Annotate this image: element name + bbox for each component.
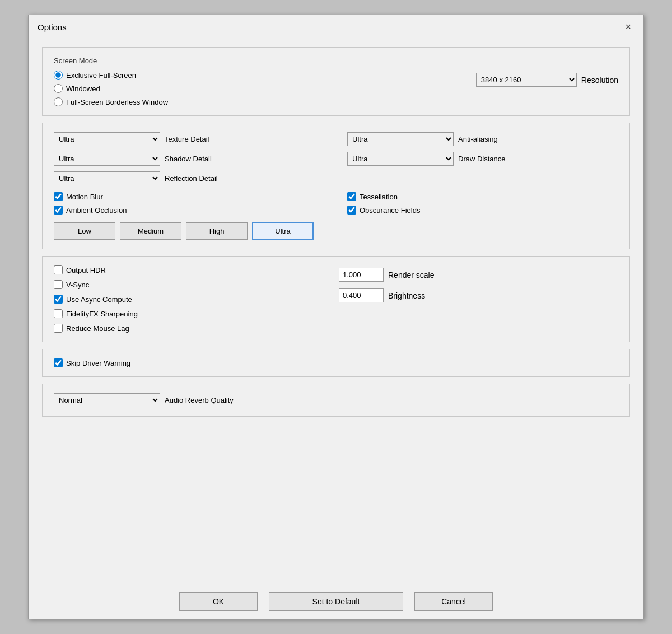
screen-mode-radio-group: Exclusive Full-Screen Windowed Full-Scre… bbox=[54, 71, 168, 106]
radio-borderless[interactable] bbox=[54, 97, 63, 106]
ambient-occlusion-checkbox[interactable] bbox=[54, 206, 63, 215]
driver-section: Skip Driver Warning bbox=[42, 349, 630, 377]
output-hdr-row: Output HDR bbox=[54, 265, 333, 274]
draw-distance-select[interactable]: UltraHighMediumLow bbox=[347, 152, 454, 166]
anti-aliasing-row: UltraHighMediumLow Anti-aliasing bbox=[347, 132, 618, 146]
close-button[interactable]: × bbox=[622, 21, 634, 33]
tessellation-checkbox[interactable] bbox=[347, 192, 356, 201]
output-hdr-label[interactable]: Output HDR bbox=[66, 266, 106, 274]
draw-distance-row: UltraHighMediumLow Draw Distance bbox=[347, 152, 618, 166]
anti-aliasing-label: Anti-aliasing bbox=[458, 135, 498, 143]
preset-low-button[interactable]: Low bbox=[54, 222, 115, 240]
radio-windowed[interactable] bbox=[54, 84, 63, 93]
preset-ultra-button[interactable]: Ultra bbox=[252, 222, 314, 240]
reflection-detail-select[interactable]: UltraHighMediumLow bbox=[54, 171, 160, 185]
render-scale-input[interactable] bbox=[339, 268, 384, 282]
detail-grid: UltraHighMediumLow Texture Detail UltraH… bbox=[54, 132, 618, 185]
radio-row-windowed: Windowed bbox=[54, 84, 168, 93]
audio-reverb-select[interactable]: Normal Low High Ultra bbox=[54, 393, 160, 407]
audio-reverb-row: Normal Low High Ultra Audio Reverb Quali… bbox=[54, 393, 618, 407]
options-dialog: Options × Screen Mode Exclusive Full-Scr… bbox=[28, 15, 644, 619]
texture-detail-label: Texture Detail bbox=[165, 135, 209, 143]
ok-button[interactable]: OK bbox=[179, 592, 258, 611]
graphics-checkbox-grid: Motion Blur Tessellation Ambient Occlusi… bbox=[54, 192, 618, 215]
reduce-mouse-lag-row: Reduce Mouse Lag bbox=[54, 324, 333, 333]
cancel-button[interactable]: Cancel bbox=[414, 592, 493, 611]
fidelityfx-row: FidelityFX Sharpening bbox=[54, 309, 333, 318]
dialog-body: Screen Mode Exclusive Full-Screen Window… bbox=[29, 38, 643, 584]
shadow-detail-select[interactable]: UltraHighMediumLow bbox=[54, 152, 160, 166]
motion-blur-checkbox[interactable] bbox=[54, 192, 63, 201]
render-scale-label: Render scale bbox=[388, 271, 435, 279]
radio-row-borderless: Full-Screen Borderless Window bbox=[54, 97, 168, 106]
resolution-row: 3840 x 2160 2560 x 1440 1920 x 1080 1280… bbox=[476, 73, 618, 87]
draw-distance-label: Draw Distance bbox=[458, 155, 506, 163]
reflection-detail-label: Reflection Detail bbox=[165, 174, 218, 183]
vsync-row: V-Sync bbox=[54, 280, 333, 289]
output-hdr-checkbox[interactable] bbox=[54, 265, 63, 274]
radio-borderless-label[interactable]: Full-Screen Borderless Window bbox=[66, 98, 168, 106]
tessellation-row: Tessellation bbox=[347, 192, 618, 201]
preset-high-button[interactable]: High bbox=[186, 222, 248, 240]
brightness-row: Brightness bbox=[339, 288, 618, 302]
texture-detail-select[interactable]: UltraHighMediumLow bbox=[54, 132, 160, 146]
reduce-mouse-lag-checkbox[interactable] bbox=[54, 324, 63, 333]
motion-blur-label[interactable]: Motion Blur bbox=[66, 193, 103, 201]
preset-buttons: Low Medium High Ultra bbox=[54, 222, 618, 240]
preset-medium-button[interactable]: Medium bbox=[120, 222, 181, 240]
skip-driver-label[interactable]: Skip Driver Warning bbox=[66, 359, 130, 367]
radio-exclusive-label[interactable]: Exclusive Full-Screen bbox=[66, 71, 136, 80]
vsync-label[interactable]: V-Sync bbox=[66, 281, 89, 289]
shadow-detail-row: UltraHighMediumLow Shadow Detail bbox=[54, 152, 325, 166]
fidelityfx-label[interactable]: FidelityFX Sharpening bbox=[66, 310, 138, 318]
skip-driver-row: Skip Driver Warning bbox=[54, 358, 618, 367]
ambient-occlusion-row: Ambient Occlusion bbox=[54, 206, 325, 215]
dialog-title: Options bbox=[38, 22, 67, 32]
skip-driver-checkbox[interactable] bbox=[54, 358, 63, 367]
screen-mode-section: Screen Mode Exclusive Full-Screen Window… bbox=[42, 47, 630, 116]
shadow-detail-label: Shadow Detail bbox=[165, 155, 212, 163]
fidelityfx-checkbox[interactable] bbox=[54, 309, 63, 318]
title-bar: Options × bbox=[29, 15, 643, 38]
async-compute-checkbox[interactable] bbox=[54, 295, 63, 304]
radio-windowed-label[interactable]: Windowed bbox=[66, 85, 100, 93]
texture-detail-row: UltraHighMediumLow Texture Detail bbox=[54, 132, 325, 146]
render-scale-row: Render scale bbox=[339, 268, 618, 282]
hdr-section: Output HDR V-Sync Use Async Compute Fide… bbox=[54, 265, 618, 333]
radio-exclusive[interactable] bbox=[54, 71, 63, 80]
anti-aliasing-select[interactable]: UltraHighMediumLow bbox=[347, 132, 454, 146]
advanced-left-options: Output HDR V-Sync Use Async Compute Fide… bbox=[54, 265, 333, 333]
audio-section: Normal Low High Ultra Audio Reverb Quali… bbox=[42, 384, 630, 417]
ambient-occlusion-label[interactable]: Ambient Occlusion bbox=[66, 206, 127, 215]
reduce-mouse-lag-label[interactable]: Reduce Mouse Lag bbox=[66, 324, 129, 333]
resolution-select[interactable]: 3840 x 2160 2560 x 1440 1920 x 1080 1280… bbox=[476, 73, 577, 87]
vsync-checkbox[interactable] bbox=[54, 280, 63, 289]
obscurance-fields-row: Obscurance Fields bbox=[347, 206, 618, 215]
set-to-default-button[interactable]: Set to Default bbox=[269, 592, 403, 611]
audio-reverb-label: Audio Reverb Quality bbox=[165, 396, 234, 404]
async-compute-row: Use Async Compute bbox=[54, 295, 333, 304]
resolution-label: Resolution bbox=[581, 76, 618, 85]
advanced-right-options: Render scale Brightness bbox=[339, 265, 618, 333]
obscurance-fields-label[interactable]: Obscurance Fields bbox=[360, 206, 420, 215]
brightness-input[interactable] bbox=[339, 288, 384, 302]
reflection-detail-row: UltraHighMediumLow Reflection Detail bbox=[54, 171, 325, 185]
radio-row-exclusive: Exclusive Full-Screen bbox=[54, 71, 168, 80]
screen-mode-title: Screen Mode bbox=[54, 57, 618, 65]
brightness-label: Brightness bbox=[388, 291, 425, 300]
obscurance-fields-checkbox[interactable] bbox=[347, 206, 356, 215]
motion-blur-row: Motion Blur bbox=[54, 192, 325, 201]
graphics-section: UltraHighMediumLow Texture Detail UltraH… bbox=[42, 123, 630, 249]
tessellation-label[interactable]: Tessellation bbox=[360, 193, 398, 201]
dialog-footer: OK Set to Default Cancel bbox=[29, 584, 643, 619]
async-compute-label[interactable]: Use Async Compute bbox=[66, 295, 132, 304]
advanced-section: Output HDR V-Sync Use Async Compute Fide… bbox=[42, 256, 630, 342]
